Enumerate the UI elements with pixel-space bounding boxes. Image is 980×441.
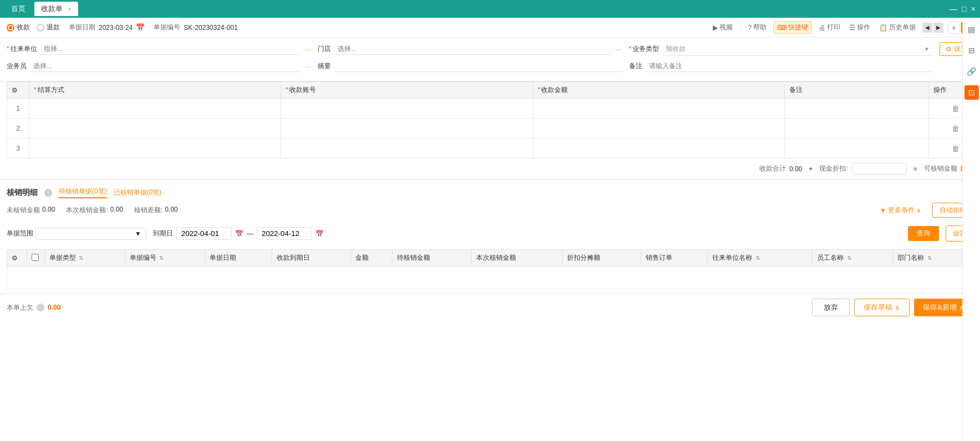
cell-account-3[interactable] [281,139,533,158]
maximize-button[interactable]: □ [962,4,966,13]
range-chevron-icon: ▼ [135,230,141,238]
bth-settings[interactable]: ⚙ [7,250,27,266]
main-table: ⚙ 结算方式 收款账号 收款金额 备注 操作 1 [7,81,973,158]
delete-row-1-button[interactable]: 🗑 [952,104,959,113]
store-input[interactable] [334,43,612,55]
list-layout-button[interactable]: ≡ [948,22,960,34]
cell-settlement-2[interactable] [29,119,281,139]
this-period-label: 本单上欠 [7,303,33,312]
current-recon-value: 0.00 [110,206,123,215]
cell-amount-1[interactable] [533,99,784,119]
store-more-icon[interactable]: ··· [615,45,622,54]
biz-type-value: 预收款 [666,44,922,54]
delete-row-2-button[interactable]: 🗑 [952,124,959,133]
summary-input[interactable] [334,60,622,72]
prev-button[interactable]: ◀ [922,23,932,33]
cell-amount-3[interactable] [533,139,784,158]
query-button[interactable]: 查询 [908,226,939,241]
tab-close-icon[interactable]: × [68,6,72,12]
cell-account-2[interactable] [281,119,533,139]
total-label: 收款合计 [759,164,786,173]
table-row: 2 🗑 ⊕ [7,119,973,139]
diff-value: 0.00 [165,206,177,215]
sidebar-list-icon[interactable]: ⊟ [964,43,979,58]
tab-home[interactable]: 首页 [4,2,32,16]
sort-type-icon[interactable]: ⇅ [79,255,83,261]
done-tab[interactable]: 已核销单据(0笔) [114,188,162,197]
main-content: 收款 退款 单据日期 2023-03-24 📅 单据编号 SK-20230324… [0,18,980,441]
calendar-icon[interactable]: 📅 [136,23,145,32]
date-separator: — [247,230,253,238]
more-filter-button[interactable]: ▼ 更多条件 ∧ [880,206,921,215]
ops-action[interactable]: ☰ 操作 [847,22,872,33]
th-settlement: 结算方式 [29,82,281,99]
sidebar-table-icon[interactable]: ▤ [964,22,979,37]
note-label: 备注 [629,61,642,71]
recon-meta: 未核销金额 0.00 本次核销金额: 0.00 核销差额: 0.00 ▼ 更多条… [7,203,973,218]
cell-note-2[interactable] [785,119,929,139]
radio-income-dot [7,24,14,32]
cell-amount-2[interactable] [533,119,784,139]
tab-receipt[interactable]: 收款单 × [34,2,78,16]
number-value: SK-20230324-001 [183,24,237,32]
sort-partner-icon[interactable]: ⇅ [756,255,760,261]
radio-income[interactable]: 收款 [7,23,30,32]
save-draft-button[interactable]: 保存草稿 ∧ [854,299,910,316]
history-label: 历史单据 [889,23,916,32]
history-action[interactable]: 📋 历史单据 [877,22,918,33]
sort-dept-icon[interactable]: ⇅ [927,255,932,261]
th-settings[interactable]: ⚙ [7,82,29,99]
footer-buttons: 放弃 保存草稿 ∧ 保存&新增 ∧ [812,299,973,316]
staff-more-icon[interactable]: ··· [305,62,312,71]
calendar-to-icon[interactable]: 📅 [315,230,324,238]
bth-date: 单据日期 [205,250,272,266]
unchecked-value: 0.00 [42,206,55,215]
th-note: 备注 [785,82,929,99]
note-field: 备注 [629,60,933,72]
summary-field: 摘要 [318,60,622,72]
bth-checkbox[interactable] [27,250,45,266]
row-num-3: 3 [7,139,29,158]
total-value: 0.00 [789,165,802,173]
range-filter: 单据范围 ▼ [7,228,146,240]
next-button[interactable]: ▶ [933,23,943,33]
store-label: 门店 [318,44,331,54]
bth-pending: 待核销金额 [392,250,471,266]
help-action[interactable]: ? 帮助 [746,22,769,33]
cell-settlement-1[interactable] [29,99,281,119]
cell-account-1[interactable] [281,99,533,119]
video-action[interactable]: ▶ 视频 [711,22,735,33]
partner-input[interactable] [40,43,302,55]
biz-type-select[interactable]: 预收款 ▼ [662,43,933,56]
keyboard-icon: ⌨ [777,24,787,32]
delete-row-3-button[interactable]: 🗑 [952,144,959,153]
partner-more-icon[interactable]: ··· [304,45,311,54]
note-input[interactable] [646,60,933,72]
radio-refund[interactable]: 退款 [37,23,60,32]
unchecked-item: 未核销金额 0.00 [7,206,55,215]
sidebar-expand-icon[interactable]: ⊡ [964,85,979,100]
range-select[interactable]: ▼ [35,228,146,240]
staff-input[interactable] [30,60,302,72]
gear-icon: ⚙ [946,45,952,53]
discount-input[interactable] [851,163,907,175]
calendar-from-icon[interactable]: 📅 [235,230,243,238]
select-all-checkbox[interactable] [32,254,39,261]
date-to-input[interactable] [257,227,312,240]
footer: 本单上欠 ⓘ 0.00 放弃 保存草稿 ∧ 保存&新增 ∧ [0,294,980,321]
recon-info-icon[interactable]: i [44,189,52,197]
abandon-button[interactable]: 放弃 [812,299,850,316]
close-button[interactable]: × [971,4,976,13]
cell-note-3[interactable] [785,139,929,158]
sort-staff-icon[interactable]: ⇅ [847,255,851,261]
period-info-icon[interactable]: ⓘ [37,304,44,311]
shortcut-action[interactable]: ⌨ 快捷键 [773,21,812,34]
print-action[interactable]: 🖨 打印 [816,22,843,33]
cell-settlement-3[interactable] [29,139,281,158]
date-from-input[interactable] [176,227,232,240]
sort-number-icon[interactable]: ⇅ [159,255,164,261]
pending-tab[interactable]: 待核销单据(0笔) [59,187,107,198]
cell-note-1[interactable] [785,99,929,119]
sidebar-link-icon[interactable]: 🔗 [964,64,979,79]
minimize-button[interactable]: — [950,4,957,13]
